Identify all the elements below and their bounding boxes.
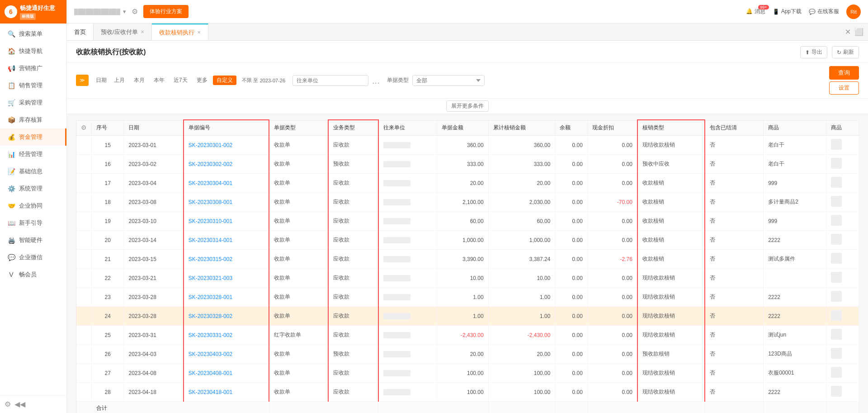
filter-action-area: 查询 设置 (829, 66, 859, 95)
row-settings (76, 212, 92, 231)
cell-canceltype: 预收款核销 (637, 345, 705, 364)
topbar: ████████████ ▾ ⚙ 体验行业方案 🔔 99+ 消息 📱 App下载… (67, 0, 868, 24)
filter-more-btn[interactable]: 更多 (193, 76, 211, 85)
cell-billno[interactable]: SK-20230310-001 (184, 212, 269, 231)
filter-this-year-btn[interactable]: 本年 (150, 76, 168, 85)
tab-home[interactable]: 首页 (67, 24, 94, 40)
cell-billno[interactable]: SK-20230304-001 (184, 174, 269, 193)
filter-settings-button[interactable]: 设置 (829, 81, 859, 95)
cell-billtype: 收款单 (269, 269, 328, 288)
bill-link[interactable]: SK-20230321-003 (189, 275, 232, 281)
sidebar-item-wechat[interactable]: 💬企业微信 (0, 249, 66, 266)
cell-goods2 (826, 193, 859, 212)
sidebar-label-marketing: 营销推广 (19, 64, 42, 72)
bill-link[interactable]: SK-20230308-001 (189, 199, 232, 205)
sidebar-item-stock[interactable]: 📦库存核算 (0, 111, 66, 128)
bill-link[interactable]: SK-20230315-002 (189, 256, 232, 262)
filter-last-month-btn[interactable]: 上月 (110, 76, 128, 85)
cell-no: 18 (92, 193, 124, 212)
maximize-icon[interactable]: ⬜ (854, 28, 863, 36)
sidebar-item-quick[interactable]: 🏠快捷导航 (0, 43, 66, 60)
sidebar-item-finance[interactable]: 💰资金管理 (0, 128, 66, 146)
cell-billno[interactable]: SK-20230418-001 (184, 383, 269, 402)
bill-link[interactable]: SK-20230418-001 (189, 389, 232, 395)
col-header-partner: 往来单位 (378, 120, 437, 136)
filter-last7-btn[interactable]: 近7天 (170, 76, 191, 85)
sidebar-item-marketing[interactable]: 📢营销推广 (0, 60, 66, 77)
filter-date-options: 上月 本月 本年 近7天 更多 自定义 (110, 76, 236, 85)
content-area: 收款核销执行(按收款) ⬆ 导出 ↻ 刷新 ≫ 日期 上月 本月 本 (67, 41, 868, 413)
filter-billtype-select[interactable]: 全部 收款单 (412, 75, 485, 86)
cell-billno[interactable]: SK-20230301-002 (184, 136, 269, 155)
sidebar-item-member[interactable]: V畅会员 (0, 266, 66, 283)
cell-canceltype: 现结收款核销 (637, 364, 705, 383)
user-avatar[interactable]: Rit (846, 5, 861, 19)
cell-incl: 否 (705, 136, 763, 155)
export-button[interactable]: ⬆ 导出 (800, 46, 827, 58)
col-settings: ⚙ (76, 120, 92, 136)
notification-icon[interactable]: 🔔 99+ 消息 (746, 8, 765, 15)
cell-billno[interactable]: SK-20230328-002 (184, 307, 269, 326)
cell-verifyamt: 1.00 (488, 288, 555, 307)
sidebar-item-ops[interactable]: 📊经营管理 (0, 146, 66, 163)
industry-solution-button[interactable]: 体验行业方案 (143, 5, 189, 18)
cell-billno[interactable]: SK-20230302-002 (184, 155, 269, 174)
sidebar-item-system[interactable]: ⚙️系统管理 (0, 180, 66, 197)
filter-custom-btn[interactable]: 自定义 (213, 76, 236, 85)
sidebar-item-basic[interactable]: 📝基础信息 (0, 163, 66, 180)
bill-link[interactable]: SK-20230408-001 (189, 370, 232, 376)
topbar-dropdown-icon[interactable]: ▾ (123, 8, 126, 15)
settings-icon[interactable]: ⚙ (5, 400, 11, 408)
bill-link[interactable]: SK-20230403-002 (189, 351, 232, 357)
row-settings (76, 269, 92, 288)
table-settings-gear[interactable]: ⚙ (81, 124, 87, 131)
sidebar-item-sales[interactable]: 📋销售管理 (0, 77, 66, 94)
cell-billno[interactable]: SK-20230308-001 (184, 193, 269, 212)
bill-link[interactable]: SK-20230301-002 (189, 142, 232, 148)
bill-link[interactable]: SK-20230304-001 (189, 180, 232, 186)
bill-link[interactable]: SK-20230328-002 (189, 313, 232, 319)
sidebar-icon-member: V (7, 271, 15, 278)
cell-billno[interactable]: SK-20230331-002 (184, 326, 269, 345)
bill-link[interactable]: SK-20230331-002 (189, 332, 232, 338)
topbar-gear-icon[interactable]: ⚙ (132, 7, 138, 16)
cell-billno[interactable]: SK-20230315-002 (184, 250, 269, 269)
cell-billno[interactable]: SK-20230321-003 (184, 269, 269, 288)
collapse-icon[interactable]: ◀◀ (14, 400, 25, 408)
filter-toggle-btn[interactable]: ≫ (76, 75, 89, 86)
tab-close-prepay[interactable]: ✕ (141, 29, 144, 34)
sidebar-item-hardware[interactable]: 🖨️智能硬件 (0, 232, 66, 249)
cell-canceltype: 现结收款核销 (637, 288, 705, 307)
refresh-button[interactable]: ↻ 刷新 (832, 46, 859, 58)
blurred-partner (383, 275, 410, 281)
app-download[interactable]: 📱 App下载 (773, 8, 802, 15)
bill-link[interactable]: SK-20230314-001 (189, 237, 232, 243)
table-row: 222023-03-21SK-20230321-003收款单应收款 10.001… (76, 269, 859, 288)
cell-billno[interactable]: SK-20230328-001 (184, 288, 269, 307)
cell-date: 2023-03-28 (124, 288, 184, 307)
table-wrapper[interactable]: ⚙序号日期单据编号单据类型业务类型往来单位单据金额累计核销金额余额现金折扣核销类… (67, 114, 868, 413)
cell-goods2 (826, 155, 859, 174)
sidebar-item-guide[interactable]: 📖新手引导 (0, 214, 66, 232)
bill-link[interactable]: SK-20230328-001 (189, 294, 232, 300)
filter-partner-input[interactable] (292, 75, 368, 86)
cell-billno[interactable]: SK-20230408-001 (184, 364, 269, 383)
cell-billno[interactable]: SK-20230314-001 (184, 231, 269, 250)
tab-verify[interactable]: 收款核销执行✕ (152, 24, 208, 40)
cell-billno[interactable]: SK-20230403-002 (184, 345, 269, 364)
filter-this-month-btn[interactable]: 本月 (130, 76, 148, 85)
sidebar-item-purchase[interactable]: 🛒采购管理 (0, 94, 66, 111)
online-service[interactable]: 💬 在线客服 (809, 8, 839, 15)
cell-amount: 360.00 (437, 136, 488, 155)
sidebar-item-search[interactable]: 🔍搜索菜单 (0, 25, 66, 43)
footer-cell-4 (269, 402, 328, 413)
sidebar-item-corp[interactable]: 🤝企业协同 (0, 197, 66, 214)
tab-prepay[interactable]: 预收/应收付单✕ (94, 24, 152, 40)
bill-link[interactable]: SK-20230302-002 (189, 161, 232, 167)
tab-close-verify[interactable]: ✕ (197, 30, 201, 35)
query-button[interactable]: 查询 (829, 66, 859, 80)
cell-incl: 否 (705, 307, 763, 326)
expand-conditions-button[interactable]: 展开更多条件 (446, 100, 489, 112)
bill-link[interactable]: SK-20230310-001 (189, 218, 232, 224)
close-window-icon[interactable]: ✕ (845, 28, 851, 36)
